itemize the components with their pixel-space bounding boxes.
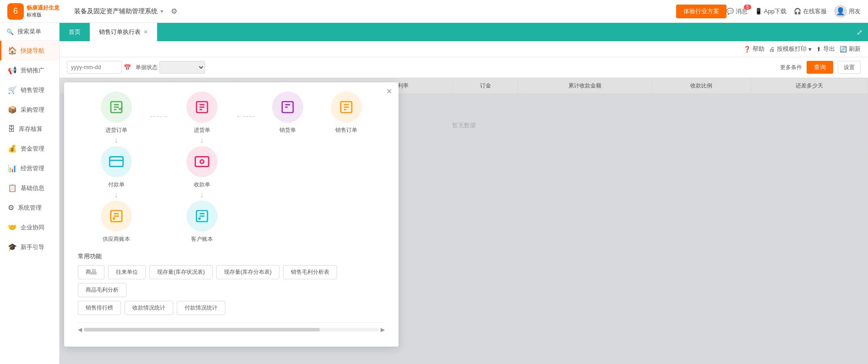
- message-badge: 5: [744, 5, 751, 10]
- scroll-left-arrow[interactable]: ◀: [78, 326, 82, 333]
- query-btn[interactable]: 查询: [807, 61, 833, 74]
- phone-icon: 📱: [755, 8, 762, 15]
- logo-area: 6 畅康通好生意 标准版: [7, 3, 67, 20]
- purchase-order-label: 进货订单: [105, 126, 127, 134]
- calendar-icon[interactable]: 📅: [124, 64, 131, 71]
- status-filter: 单据状态: [136, 61, 205, 74]
- sidebar-item-business[interactable]: 📊 经营管理: [0, 158, 59, 178]
- popup-close-btn[interactable]: ✕: [386, 87, 392, 96]
- print-icon: 🖨: [769, 46, 775, 53]
- search-menu-btn[interactable]: 🔍 搜索菜单: [0, 23, 59, 41]
- avatar: 👤: [834, 5, 847, 18]
- customer-ledger-label: 客户账本: [191, 235, 213, 243]
- func-btn-sales-margin[interactable]: 销售毛利分析表: [283, 265, 337, 279]
- sidebar-item-inventory[interactable]: 🗄 库存核算: [0, 120, 59, 139]
- sidebar-item-collab[interactable]: 🤝 企业协同: [0, 217, 59, 237]
- svg-point-19: [199, 218, 200, 219]
- help-btn[interactable]: ❓ 帮助: [743, 45, 764, 53]
- func-btn-stock-status[interactable]: 现存量(库存状况表): [149, 265, 213, 279]
- func-btn-goods[interactable]: 商品: [78, 265, 104, 279]
- func-buttons-row1: 商品 往来单位 现存量(库存状况表) 现存量(库存分布表) 销售毛利分析表 商品…: [78, 265, 385, 297]
- finance-icon: 💰: [8, 144, 17, 153]
- service-btn[interactable]: 🎧 在线客服: [794, 7, 827, 16]
- arrow-down-2: ↓: [200, 136, 204, 144]
- app-download-btn[interactable]: 📱 App下载: [755, 7, 786, 16]
- svg-point-15: [200, 160, 204, 163]
- content-toolbar: ❓ 帮助 🖨 按模板打印 ▾ ⬆ 导出 🔄 刷新: [60, 41, 868, 57]
- sidebar-item-system[interactable]: ⚙ 系统管理: [0, 198, 59, 217]
- supplier-circle: [101, 201, 132, 232]
- purchase-bill-label: 进货单: [194, 126, 210, 134]
- tab-home[interactable]: 首页: [60, 23, 90, 41]
- func-btn-contacts[interactable]: 往来单位: [108, 265, 146, 279]
- tab-sales-order[interactable]: 销售订单执行表 ✕: [90, 23, 157, 41]
- search-icon: 🔍: [6, 28, 14, 35]
- func-btn-payment-stats[interactable]: 付款情况统计: [177, 301, 225, 315]
- tab-maximize-icon[interactable]: ⤢: [857, 28, 863, 37]
- more-conditions-btn[interactable]: 更多条件: [780, 64, 802, 71]
- template-print-btn[interactable]: 🖨 按模板打印 ▾: [769, 45, 812, 53]
- payment-label: 付款单: [108, 181, 125, 189]
- scroll-thumb: [84, 328, 320, 331]
- sidebar-item-basic[interactable]: 📋 基础信息: [0, 178, 59, 198]
- export-icon: ⬆: [816, 46, 821, 53]
- common-func-title: 常用功能: [78, 252, 385, 261]
- print-dropdown-icon: ▾: [808, 46, 812, 53]
- system-title-area: 装备及固定资产辅助管理系统 ▾ ⚙: [74, 7, 669, 16]
- user-area[interactable]: 👤 用友: [834, 5, 861, 18]
- scroll-track[interactable]: [84, 328, 379, 331]
- scroll-right-arrow[interactable]: ▶: [381, 326, 385, 333]
- status-select[interactable]: [159, 61, 205, 74]
- sales-icon: 🛒: [8, 86, 17, 94]
- purchase-order-circle: [101, 92, 132, 123]
- filter-bar: 📅 单据状态 更多条件 查询 设置: [60, 57, 868, 78]
- payment-circle: [101, 146, 132, 177]
- quick-guide-popup: ✕ 进货订单 ↓: [64, 82, 399, 347]
- sidebar-item-quick[interactable]: 🏠 快捷导航: [0, 41, 59, 60]
- sales-bill-circle: [272, 92, 303, 123]
- refresh-icon: 🔄: [840, 46, 847, 53]
- content-area: 首页 销售订单执行表 ✕ ⤢ ❓ 帮助 🖨: [60, 23, 868, 364]
- trial-btn[interactable]: 体验行业方案: [676, 5, 726, 18]
- func-btn-goods-margin[interactable]: 商品毛利分析: [78, 283, 126, 297]
- settings-icon[interactable]: ⚙: [171, 7, 177, 16]
- flow-purchase-order-node: 进货订单: [101, 92, 132, 134]
- common-functions: 常用功能 商品 往来单位 现存量(库存状况表) 现存量(库存分布表) 销售毛利分…: [78, 252, 385, 315]
- arrow-down-3: ↓: [114, 190, 118, 199]
- supplier-ledger-label: 供应商账本: [103, 235, 130, 243]
- sidebar-item-marketing[interactable]: 📢 营销推广: [0, 60, 59, 80]
- purchase-bill-circle: [186, 92, 218, 123]
- sidebar-item-newbie[interactable]: 🎓 新手引导: [0, 237, 59, 257]
- message-btn[interactable]: 💬 消息 5: [726, 7, 748, 16]
- date-filter: 📅: [67, 61, 131, 74]
- logo-text: 畅康通好生意 标准版: [27, 5, 60, 18]
- export-btn[interactable]: ⬆ 导出: [816, 45, 835, 53]
- flow-supplier-node: 供应商账本: [101, 201, 132, 243]
- marketing-icon: 📢: [8, 66, 17, 75]
- help-icon: ❓: [743, 46, 751, 53]
- arrow-down-1: ↓: [114, 136, 118, 144]
- func-btn-stock-dist[interactable]: 现存量(库存分布表): [216, 265, 279, 279]
- logo-icon: 6: [7, 3, 24, 20]
- func-btn-sales-rank[interactable]: 销售排行榜: [78, 301, 121, 315]
- date-from-input[interactable]: [67, 61, 122, 74]
- dropdown-arrow-icon[interactable]: ▾: [160, 8, 164, 15]
- flow-sales-bill-node: 销货单: [272, 92, 303, 134]
- basic-icon: 📋: [8, 184, 17, 192]
- tab-close-icon[interactable]: ✕: [143, 29, 148, 35]
- receipt-circle: [186, 146, 218, 177]
- sidebar-item-purchase[interactable]: 📦 采购管理: [0, 100, 59, 120]
- svg-rect-4: [109, 157, 123, 166]
- arrow-down-4: ↓: [200, 190, 204, 199]
- customer-circle: [186, 201, 218, 232]
- sidebar-item-sales[interactable]: 🛒 销售管理: [0, 80, 59, 100]
- sidebar-item-finance[interactable]: 💰 资金管理: [0, 139, 59, 158]
- func-buttons-row2: 销售排行榜 收款情况统计 付款情况统计: [78, 301, 385, 315]
- settings-btn[interactable]: 设置: [838, 61, 861, 74]
- func-btn-receipt-stats[interactable]: 收款情况统计: [125, 301, 173, 315]
- refresh-btn[interactable]: 🔄 刷新: [840, 45, 861, 53]
- quick-icon: 🏠: [8, 46, 17, 55]
- newbie-icon: 🎓: [8, 243, 17, 251]
- business-icon: 📊: [8, 164, 17, 173]
- popup-overlay: ✕ 进货订单 ↓: [60, 78, 868, 364]
